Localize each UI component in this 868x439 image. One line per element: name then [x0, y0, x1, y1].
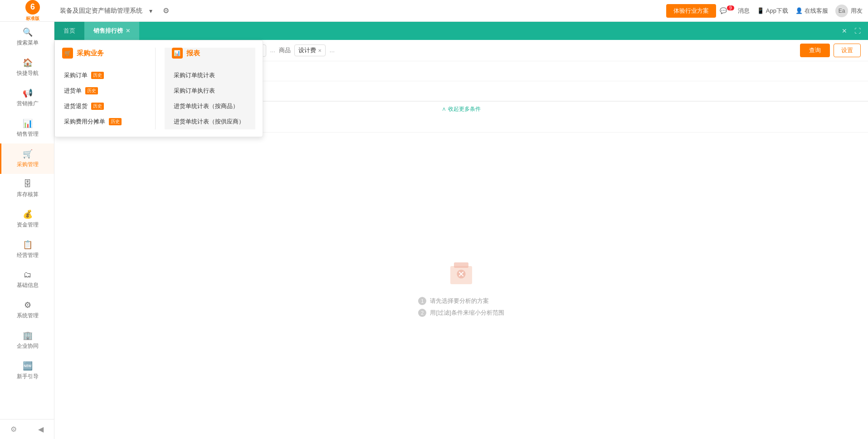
sidebar-item-basic[interactable]: 🗂 基础信息: [0, 265, 54, 295]
purchase-col: 🛒 采购业务 采购订单 历史 进货单 历史 进货退货 历史 采购费用分摊单 历史: [62, 48, 146, 129]
sidebar-settings-icon[interactable]: ⚙: [10, 425, 17, 434]
sidebar-label-nav: 快捷导航: [17, 69, 39, 77]
tab-home-label: 首页: [63, 27, 75, 35]
sidebar-item-enterprise[interactable]: 🏢 企业协同: [0, 325, 54, 355]
inbound-by-supplier-label: 进货单统计表（按供应商）: [174, 118, 244, 126]
tab-close-icon[interactable]: ✕: [126, 28, 130, 34]
logo: 6 标准版: [5, 0, 60, 22]
expense-label: 采购费用分摊单: [64, 118, 105, 126]
sidebar-label-operation: 经营管理: [17, 252, 39, 259]
message-badge: 9: [727, 5, 734, 10]
dropdown-item-purchase-order[interactable]: 采购订单 历史: [62, 68, 146, 83]
purchase-col-header: 🛒 采购业务: [62, 48, 146, 62]
message-icon: 💬: [720, 7, 727, 14]
report-col-icon: 📊: [172, 48, 183, 59]
guide-icon: 🆕: [23, 361, 33, 371]
collapse-icon: ∧: [442, 106, 446, 112]
avatar: Ea: [835, 5, 848, 17]
tab-bar: 首页 销售排行榜 ✕ ✕ ⛶: [54, 22, 868, 40]
system-title-area: 装备及固定资产辅助管理系统 ▾ ⚙: [60, 4, 666, 18]
tab-sales-rank[interactable]: 销售排行榜 ✕: [84, 22, 139, 40]
dropdown-item-inbound-by-goods[interactable]: 进货单统计表（按商品）: [172, 99, 256, 114]
search-icon: 🔍: [23, 27, 33, 37]
sidebar-item-capital[interactable]: 💰 资金管理: [0, 204, 54, 234]
sidebar-item-search[interactable]: 🔍 搜索菜单: [0, 22, 54, 52]
dropdown-item-inbound[interactable]: 进货单 历史: [62, 83, 146, 99]
sidebar-label-search: 搜索菜单: [17, 39, 39, 47]
report-col-header: 📊 报表: [172, 48, 256, 62]
tab-fullscreen-icon[interactable]: ⛶: [853, 25, 863, 36]
goods-more[interactable]: …: [329, 47, 335, 54]
sidebar-bottom: ⚙ ◀: [0, 419, 54, 439]
dropdown-item-order-stat[interactable]: 采购订单统计表: [172, 68, 256, 83]
sidebar-item-marketing[interactable]: 📢 营销推广: [0, 83, 54, 113]
sidebar-label-inventory: 库存核算: [17, 191, 39, 198]
sidebar-label-marketing: 营销推广: [17, 100, 39, 108]
sidebar-item-purchase[interactable]: 🛒 采购管理: [0, 143, 54, 174]
dropdown-item-order-exec[interactable]: 采购订单执行表: [172, 83, 256, 99]
dropdown-item-inbound-by-supplier[interactable]: 进货单统计表（按供应商）: [172, 114, 256, 129]
collapse-label: 收起更多条件: [448, 106, 481, 112]
tab-close-window-icon[interactable]: ✕: [840, 25, 849, 36]
inventory-icon: 🗄: [24, 179, 32, 189]
settings-icon[interactable]: ⚙: [159, 4, 173, 18]
sidebar-item-guide[interactable]: 🆕 新手引导: [0, 355, 54, 386]
sidebar-label-basic: 基础信息: [17, 281, 39, 289]
operation-icon: 📋: [23, 240, 33, 250]
system-title-dropdown[interactable]: ▾: [146, 6, 155, 15]
logo-subtitle: 标准版: [26, 15, 39, 22]
dropdown-item-return[interactable]: 进货退货 历史: [62, 99, 146, 114]
empty-state: 1 请先选择要分析的方案 2 用[过滤]条件来缩小分析范围: [54, 133, 868, 439]
sidebar-label-enterprise: 企业协同: [17, 342, 39, 350]
inbound-label: 进货单: [64, 87, 82, 95]
report-col: 📊 报表 采购订单统计表 采购订单执行表 进货单统计表（按商品） 进货单统计表（…: [165, 48, 256, 129]
header: 6 标准版 装备及固定资产辅助管理系统 ▾ ⚙ 体验行业方案 💬 9 消息 📱 …: [0, 0, 868, 22]
home-icon: 🏠: [23, 58, 33, 68]
tab-sales-rank-label: 销售排行榜: [93, 27, 123, 35]
query-button[interactable]: 查询: [800, 44, 830, 57]
history-badge-2: 历史: [85, 87, 98, 94]
system-icon: ⚙: [24, 300, 31, 310]
sidebar-label-capital: 资金管理: [17, 221, 39, 229]
dropdown-divider: [155, 48, 156, 129]
dropdown-item-expense[interactable]: 采购费用分摊单 历史: [62, 114, 146, 129]
goods-tag-value: 设计费: [298, 46, 316, 54]
doc-status-more[interactable]: …: [270, 47, 275, 54]
sidebar-item-operation[interactable]: 📋 经营管理: [0, 234, 54, 265]
history-badge-3: 历史: [91, 103, 104, 110]
svg-rect-1: [454, 262, 468, 268]
app-label: App下载: [766, 7, 788, 15]
history-badge-4: 历史: [109, 118, 122, 125]
empty-tip1: 1 请先选择要分析的方案: [418, 297, 504, 305]
tab-home[interactable]: 首页: [54, 22, 84, 40]
app-download-area[interactable]: 📱 App下载: [757, 7, 788, 15]
trial-button[interactable]: 体验行业方案: [666, 4, 716, 18]
marketing-icon: 📢: [23, 88, 33, 98]
filter-middle: 单据状态 ▾ … 商品 设计费 ✕ …: [185, 44, 793, 57]
phone-icon: 📱: [757, 7, 764, 14]
online-service-area[interactable]: 👤 在线客服: [795, 7, 828, 15]
purchase-dropdown-menu: 🛒 采购业务 采购订单 历史 进货单 历史 进货退货 历史 采购费用分摊单 历史…: [54, 40, 263, 137]
sidebar-item-inventory[interactable]: 🗄 库存核算: [0, 174, 54, 204]
system-title: 装备及固定资产辅助管理系统: [60, 7, 142, 15]
sidebar-collapse-icon[interactable]: ◀: [38, 425, 44, 434]
order-exec-label: 采购订单执行表: [174, 87, 215, 95]
sidebar: 🔍 搜索菜单 🏠 快捷导航 📢 营销推广 📊 销售管理 🛒 采购管理 🗄 库存核…: [0, 22, 54, 439]
message-icon-area[interactable]: 💬 9 消息: [720, 7, 750, 15]
order-stat-label: 采购订单统计表: [174, 71, 215, 79]
service-icon: 👤: [795, 7, 803, 14]
empty-text: 1 请先选择要分析的方案 2 用[过滤]条件来缩小分析范围: [418, 297, 504, 317]
settings-button[interactable]: 设置: [834, 44, 861, 57]
capital-icon: 💰: [23, 209, 33, 219]
sidebar-item-system[interactable]: ⚙ 系统管理: [0, 295, 54, 325]
report-col-title: 报表: [186, 49, 200, 58]
user-area[interactable]: Ea 用友: [835, 5, 863, 17]
purchase-icon: 🛒: [23, 149, 33, 159]
sidebar-item-sales[interactable]: 📊 销售管理: [0, 113, 54, 143]
query-actions: 查询 设置: [800, 44, 861, 57]
sidebar-item-nav[interactable]: 🏠 快捷导航: [0, 52, 54, 83]
message-label: 消息: [738, 7, 750, 15]
goods-tag-close[interactable]: ✕: [318, 48, 322, 53]
tab-right-actions: ✕ ⛶: [840, 25, 868, 36]
goods-tag-area[interactable]: 设计费 ✕: [294, 44, 326, 56]
